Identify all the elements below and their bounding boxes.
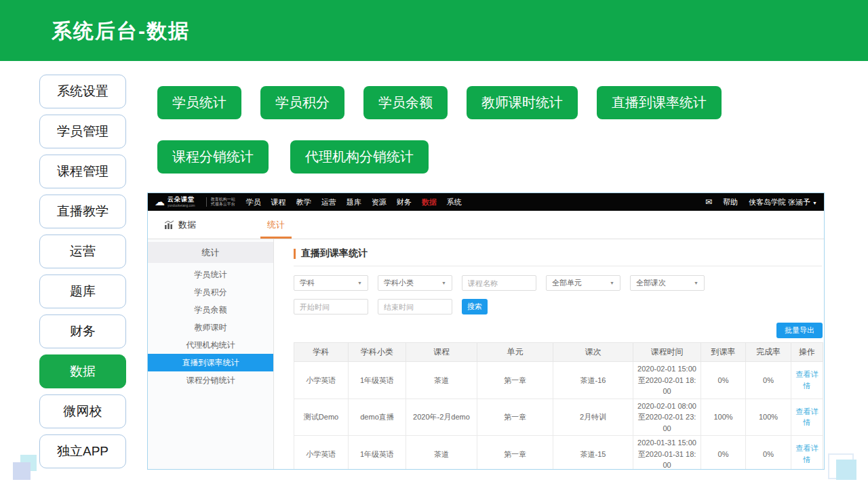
chevron-down-icon: ▼: [812, 201, 817, 205]
help-link[interactable]: 帮助: [723, 197, 738, 207]
brand-url: yunduoketang.com: [167, 203, 195, 207]
nav-menu-item[interactable]: 题库: [347, 197, 361, 207]
nav-menu-item[interactable]: 资源: [372, 197, 387, 207]
batch-export-button[interactable]: 批量导出: [776, 323, 823, 338]
sidebar-item[interactable]: 运营: [39, 235, 126, 268]
table-header-cell: 到课率: [701, 343, 746, 362]
table-cell: 2020-02-01 15:00至2020-02-01 18:00: [633, 362, 701, 399]
quick-buttons-row-1: 学员统计学员积分学员余额教师课时统计直播到课率统计: [157, 86, 722, 119]
table-header-cell: 完成率: [746, 343, 791, 362]
table-cell: 100%: [701, 399, 746, 436]
stats-sidebar-header: 统计: [148, 242, 273, 263]
cloud-icon: ☁: [155, 197, 165, 207]
account-menu[interactable]: 侠客岛学院 张涵予▼: [749, 197, 817, 207]
table-header-cell: 课程: [406, 343, 477, 362]
stats-sidebar-item[interactable]: 学员余额: [148, 301, 273, 319]
sidebar-item[interactable]: 题库: [39, 274, 126, 308]
quick-stat-button[interactable]: 代理机构分销统计: [290, 140, 429, 174]
stats-sidebar-item[interactable]: 代理机构统计: [148, 336, 273, 354]
table-cell: 0%: [746, 362, 791, 399]
nav-menu: 学员课程教学运营题库资源财务数据系统: [246, 197, 462, 207]
nav-menu-item[interactable]: 运营: [321, 197, 336, 207]
quick-stat-button[interactable]: 学员余额: [363, 86, 448, 119]
quick-stat-button[interactable]: 直播到课率统计: [597, 86, 722, 119]
header-banner: 系统后台-数据: [0, 0, 868, 61]
sidebar-item[interactable]: 微网校: [39, 394, 126, 428]
subject-select[interactable]: 学科 ▼: [294, 275, 368, 291]
stats-sidebar-item[interactable]: 学员统计: [148, 266, 273, 283]
view-detail-link[interactable]: 查看详情: [796, 407, 818, 427]
nav-menu-item[interactable]: 系统: [447, 197, 462, 207]
table-cell: 0%: [746, 436, 791, 470]
quick-buttons-row-2: 课程分销统计代理机构分销统计: [157, 140, 429, 174]
nav-menu-item[interactable]: 学员: [246, 197, 261, 207]
nav-menu-item[interactable]: 财务: [397, 197, 412, 207]
filters-row-2: 搜索: [294, 299, 824, 314]
stats-sidebar-item[interactable]: 课程分销统计: [148, 371, 273, 389]
table-cell: 1年级英语: [349, 362, 406, 399]
chevron-down-icon: ▼: [441, 281, 446, 285]
slide: 系统后台-数据 系统设置学员管理课程管理直播教学运营题库财务数据微网校独立APP…: [0, 0, 868, 488]
subject-subcategory-select[interactable]: 学科小类 ▼: [378, 275, 452, 291]
quick-stat-button[interactable]: 学员积分: [260, 86, 344, 119]
table-cell: 2月特训: [553, 399, 633, 436]
stats-sidebar-list: 学员统计学员积分学员余额教师课时代理机构统计直播到课率统计课程分销统计: [148, 266, 273, 389]
table-header-row: 学科 学科小类 课程 单元 课次 课程时间 到课率 完成率 操作: [294, 343, 823, 362]
brand-tagline: 教育机构一站 式服务云平台: [211, 197, 235, 207]
sidebar-item[interactable]: 财务: [39, 314, 126, 348]
chevron-down-icon: ▼: [694, 281, 698, 285]
table-cell: 1年级英语: [349, 436, 406, 470]
quick-stat-button[interactable]: 学员统计: [157, 86, 241, 119]
table-header-cell: 操作: [791, 343, 823, 362]
table-cell: 100%: [746, 399, 791, 436]
view-detail-link[interactable]: 查看详情: [796, 370, 818, 390]
table-cell: 0%: [701, 362, 746, 399]
stats-sidebar: 统计 学员统计学员积分学员余额教师课时代理机构统计直播到课率统计课程分销统计: [148, 239, 274, 470]
stats-sidebar-item[interactable]: 直播到课率统计: [148, 354, 273, 371]
table-header-cell: 学科小类: [349, 343, 406, 362]
view-detail-link[interactable]: 查看详情: [796, 444, 818, 464]
stats-sidebar-item[interactable]: 学员积分: [148, 283, 273, 301]
nav-right: ✉ 帮助 侠客岛学院 张涵予▼: [705, 197, 817, 207]
quick-stat-button[interactable]: 课程分销统计: [157, 140, 269, 174]
table-cell: 2020-02-01 08:00至2020-02-01 23:00: [633, 399, 701, 436]
mail-icon[interactable]: ✉: [705, 197, 712, 207]
table-cell: 第一章: [477, 436, 553, 470]
sidebar-item[interactable]: 数据: [39, 354, 126, 388]
lesson-select[interactable]: 全部课次 ▼: [630, 275, 705, 291]
brand-name: 云朵课堂: [167, 197, 202, 203]
sidebar-item[interactable]: 学员管理: [39, 115, 126, 148]
table-row: 小学英语 1年级英语 茶道 第一章 茶道-16 2020-02-01 15:00…: [294, 362, 823, 399]
table-cell: demo直播: [349, 399, 406, 436]
table-cell: 第一章: [477, 362, 553, 399]
tab-statistics[interactable]: 统计: [262, 211, 290, 239]
table-header-cell: 课程时间: [633, 343, 701, 362]
start-time-input[interactable]: [294, 299, 368, 314]
export-row: 批量导出: [294, 323, 823, 338]
title-accent-bar: [294, 249, 296, 259]
divider: [294, 266, 822, 266]
filters-row-1: 学科 ▼ 学科小类 ▼ 全部单元 ▼ 全部课次 ▼: [294, 275, 824, 291]
sidebar-item[interactable]: 独立APP: [39, 434, 126, 468]
table-row: 小学英语 1年级英语 茶道 第一章 茶道-15 2020-01-31 15:00…: [294, 436, 823, 470]
table-cell: 0%: [701, 436, 746, 470]
table-cell: 测试Demo: [294, 399, 349, 436]
table-header-cell: 单元: [477, 343, 553, 362]
sidebar-item[interactable]: 课程管理: [39, 155, 126, 188]
unit-select[interactable]: 全部单元 ▼: [546, 275, 620, 291]
stats-sidebar-item[interactable]: 教师课时: [148, 319, 273, 336]
end-time-input[interactable]: [378, 299, 452, 314]
nav-menu-item[interactable]: 教学: [296, 197, 311, 207]
table-cell: 茶道-16: [553, 362, 633, 399]
sidebar-item[interactable]: 系统设置: [39, 75, 126, 108]
attendance-table: 学科 学科小类 课程 单元 课次 课程时间 到课率 完成率 操作: [294, 342, 823, 470]
main-content: 直播到课率统计 学科 ▼ 学科小类 ▼ 全部单元 ▼: [274, 239, 824, 470]
nav-menu-item[interactable]: 课程: [271, 197, 286, 207]
chevron-down-icon: ▼: [357, 281, 362, 285]
quick-stat-button[interactable]: 教师课时统计: [467, 86, 578, 119]
nav-menu-item[interactable]: 数据: [422, 197, 437, 207]
search-button[interactable]: 搜索: [462, 299, 488, 314]
sidebar-item[interactable]: 直播教学: [39, 195, 126, 228]
course-name-input[interactable]: [462, 275, 536, 291]
table-cell: 查看详情: [791, 436, 823, 470]
